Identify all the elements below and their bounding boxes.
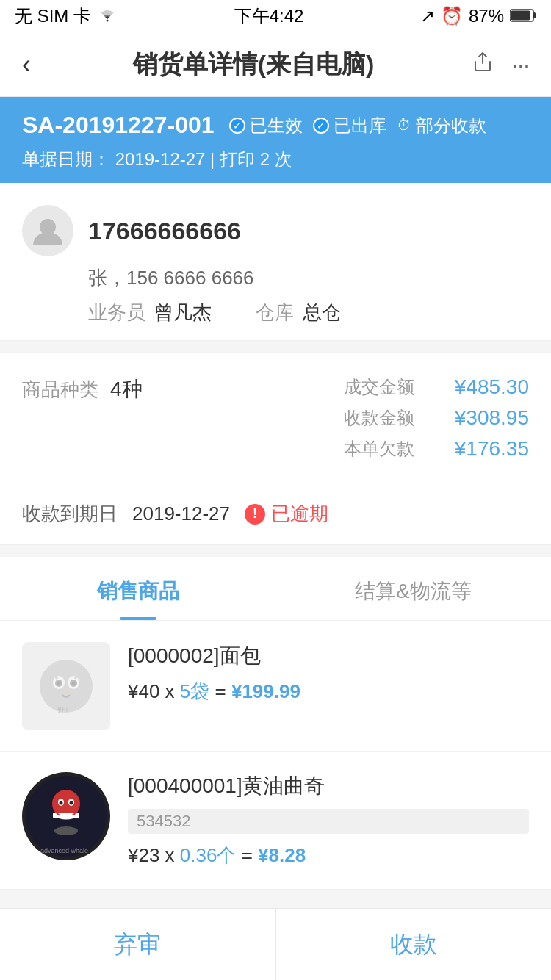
svg-point-11 (72, 682, 76, 685)
svg-text:advanced whale: advanced whale (40, 847, 88, 854)
back-button[interactable]: ‹ (22, 49, 66, 80)
product-thumb-2: advanced whale (22, 772, 110, 860)
qty-2: 0.36个 (180, 844, 237, 866)
product-sku-2: 534532 (128, 809, 529, 834)
customer-id: 17666666666 (88, 217, 241, 245)
received-amount-label: 收款金额 (344, 406, 414, 430)
order-header: SA-20191227-001 ✓ 已生效 ✓ 已出库 ⏱ 部分收款 单据日期：… (0, 97, 551, 183)
product-types-label: 商品种类 (22, 377, 98, 403)
check-icon: ✓ (229, 118, 245, 134)
svg-point-20 (60, 801, 63, 805)
nav-bar: ‹ 销货单详情(来自电脑) ··· (0, 32, 551, 97)
customer-meta: 业务员 曾凡杰 仓库 总仓 (22, 300, 529, 325)
sales-rep-label: 业务员 (88, 300, 145, 325)
svg-point-5 (40, 660, 93, 713)
order-badges: ✓ 已生效 ✓ 已出库 ⏱ 部分收款 (229, 114, 486, 137)
battery-text: 87% (469, 6, 504, 26)
more-icon[interactable]: ··· (511, 49, 529, 80)
badge-partial: ⏱ 部分收款 (397, 114, 486, 137)
tabs-container: 销售商品 结算&物流等 (0, 557, 551, 621)
product-item: 野+ [0000002]面包 ¥40 x 5袋 = ¥199.99 (0, 621, 551, 752)
status-time: 下午4:42 (234, 4, 304, 28)
product-info-2: [000400001]黄油曲奇 534532 ¥23 x 0.36个 = ¥8.… (128, 772, 529, 868)
overdue-warning-icon: ! (245, 504, 265, 525)
badge-effective: ✓ 已生效 (229, 114, 303, 137)
print-separator: | 打印 (210, 149, 260, 169)
bottom-bar: 弃审 收款 (0, 908, 551, 980)
product-price-1: ¥40 x 5袋 = ¥199.99 (128, 679, 529, 705)
avatar (22, 205, 73, 256)
share-icon[interactable] (472, 51, 494, 78)
alarm-icon: ⏰ (441, 6, 463, 26)
product-item-2: advanced whale [000400001]黄油曲奇 534532 ¥2… (0, 752, 551, 890)
status-bar: 无 SIM 卡 下午4:42 ↗ ⏰ 87% (0, 0, 551, 32)
total-2: ¥8.28 (258, 844, 306, 866)
print-count: 2 (260, 149, 270, 169)
tab-sales-products[interactable]: 销售商品 (0, 557, 276, 620)
overdue-badge: ! 已逾期 (245, 501, 328, 527)
cancel-review-button[interactable]: 弃审 (0, 909, 276, 980)
equals-2: = (236, 844, 258, 866)
svg-text:野+: 野+ (57, 706, 69, 714)
check-icon-2: ✓ (313, 118, 329, 134)
print-unit: 次 (275, 149, 292, 169)
carrier-text: 无 SIM 卡 (15, 4, 91, 28)
order-date: 2019-12-27 (115, 149, 206, 169)
order-id: SA-20191227-001 (22, 112, 215, 139)
equals-1: = (209, 680, 231, 702)
owed-amount-label: 本单欠款 (344, 437, 414, 461)
product-list: 野+ [0000002]面包 ¥40 x 5袋 = ¥199.99 (0, 621, 551, 890)
status-right: ↗ ⏰ 87% (420, 6, 536, 26)
price-base-1: ¥40 x (128, 680, 180, 702)
tab-settlement[interactable]: 结算&物流等 (276, 557, 551, 620)
price-base-2: ¥23 x (128, 844, 180, 866)
product-price-2: ¥23 x 0.36个 = ¥8.28 (128, 843, 529, 868)
svg-rect-3 (511, 11, 530, 21)
svg-point-21 (70, 801, 73, 805)
page-title: 销货单详情(来自电脑) (66, 48, 441, 82)
location-icon: ↗ (420, 6, 435, 26)
order-date-row: 单据日期： 2019-12-27 | 打印 2 次 (22, 148, 529, 171)
collect-payment-button[interactable]: 收款 (276, 909, 552, 980)
qty-1: 5袋 (180, 680, 209, 702)
overdue-section: 收款到期日 2019-12-27 ! 已逾期 (0, 483, 551, 545)
svg-rect-2 (533, 12, 536, 18)
overdue-label: 收款到期日 (22, 501, 118, 527)
svg-point-22 (54, 826, 78, 835)
date-label: 单据日期： (22, 149, 110, 169)
svg-point-0 (107, 20, 109, 22)
warehouse-value: 总仓 (303, 300, 341, 325)
overdue-status: 已逾期 (271, 501, 328, 527)
customer-top: 17666666666 (22, 205, 529, 256)
clock-icon: ⏱ (397, 117, 411, 134)
product-name-2: [000400001]黄油曲奇 (128, 772, 529, 800)
deal-amount-value: ¥485.30 (426, 375, 529, 399)
product-thumb-1: 野+ (22, 642, 110, 730)
nav-actions: ··· (441, 49, 529, 80)
deal-amount-label: 成交金额 (344, 375, 414, 399)
received-amount-value: ¥308.95 (426, 406, 529, 430)
product-info-1: [0000002]面包 ¥40 x 5袋 = ¥199.99 (128, 642, 529, 705)
wifi-icon (97, 6, 118, 26)
customer-section: 17666666666 张，156 6666 6666 业务员 曾凡杰 仓库 总… (0, 183, 551, 341)
product-name-1: [0000002]面包 (128, 642, 529, 670)
customer-contact: 张，156 6666 6666 (22, 265, 529, 291)
badge-shipped: ✓ 已出库 (313, 114, 386, 137)
overdue-date: 2019-12-27 (132, 502, 230, 525)
sales-rep-value: 曾凡杰 (154, 300, 212, 325)
product-types-value: 4种 (110, 375, 143, 403)
total-1: ¥199.99 (231, 680, 300, 702)
status-left: 无 SIM 卡 (15, 4, 118, 28)
svg-point-10 (57, 682, 61, 685)
battery-icon (510, 6, 536, 26)
warehouse-label: 仓库 (256, 300, 294, 325)
owed-amount-value: ¥176.35 (426, 437, 529, 461)
summary-section: 商品种类 4种 成交金额 ¥485.30 收款金额 ¥308.95 本单欠款 ¥… (0, 353, 551, 483)
